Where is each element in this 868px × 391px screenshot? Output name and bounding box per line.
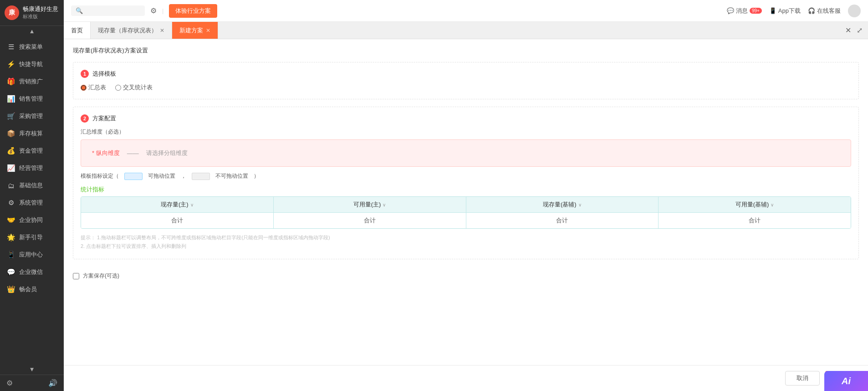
section2-title: 方案配置 [92, 114, 116, 123]
content-area: 现存量(库存状况表)方案设置 1 选择模板 汇总表 交叉统计表 [64, 39, 868, 365]
tab-new-scheme-close[interactable]: ✕ [206, 27, 210, 34]
indicator-label: 模板指标设定（ [81, 172, 119, 180]
stats-col-4[interactable]: 可用量(基辅) ∨ [659, 197, 851, 212]
sidebar-item-wechat[interactable]: 💬 企业微信 [0, 263, 64, 281]
sidebar-item-label: 采购管理 [19, 112, 43, 120]
bottom-bar: 取消 查询 [64, 365, 868, 391]
message-badge: 99+ [750, 8, 762, 14]
dim-separator: —— [127, 150, 139, 157]
sidebar-item-marketing[interactable]: 🎁 营销推广 [0, 73, 64, 90]
sidebar-item-label: 销售管理 [19, 95, 43, 103]
sidebar-scroll-down[interactable]: ▼ [0, 364, 64, 375]
stats-col-1-arrow: ∨ [190, 202, 194, 207]
expand-tab-btn[interactable]: ⤢ [855, 25, 864, 36]
app-download-label: App下载 [778, 7, 801, 15]
ai-label: Ai [842, 376, 851, 386]
template-radio-group: 汇总表 交叉统计表 [81, 83, 851, 92]
sidebar-item-sales[interactable]: 📊 销售管理 [0, 90, 64, 108]
section1-num: 1 [81, 70, 89, 78]
inventory-icon: 📦 [6, 129, 15, 138]
member-icon: 👑 [6, 285, 15, 293]
sidebar-item-label: 畅会员 [19, 285, 37, 293]
sidebar-scroll-up[interactable]: ▲ [0, 26, 64, 36]
sidebar-item-shortcut[interactable]: ⚡ 快捷导航 [0, 56, 64, 73]
shortcut-icon: ⚡ [6, 60, 15, 68]
stats-col-2[interactable]: 可用量(主) ∨ [274, 197, 466, 212]
sidebar-item-label: 系统管理 [19, 199, 43, 207]
cancel-button[interactable]: 取消 [785, 371, 820, 386]
table-row: 合计 合计 合计 合计 [81, 212, 851, 228]
page-title: 现存量(库存状况表)方案设置 [73, 46, 859, 55]
operations-icon: 📈 [6, 164, 15, 172]
save-row: 方案保存(可选) [73, 267, 859, 283]
online-service-action[interactable]: 🎧 在线客服 [808, 7, 841, 15]
sidebar-item-finance[interactable]: 💰 资金管理 [0, 142, 64, 159]
topbar-right: 💬 消息 99+ 📱 App下载 🎧 在线客服 [727, 5, 861, 17]
stats-col-2-arrow: ∨ [383, 202, 386, 207]
topbar-left: 🔍 ⚙ | 体验行业方案 [71, 4, 217, 18]
sidebar-item-purchase[interactable]: 🛒 采购管理 [0, 108, 64, 125]
sidebar-nav: ☰ 搜索菜单 ⚡ 快捷导航 🎁 营销推广 📊 销售管理 🛒 采购管理 📦 库存核… [0, 36, 64, 364]
scroll-down-btn[interactable]: ▼ [27, 364, 36, 375]
sidebar-item-newbie[interactable]: 🌟 新手引导 [0, 229, 64, 246]
tabbar: 首页 现存量（库存状况表） ✕ 新建方案 ✕ ✕ ⤢ [64, 22, 868, 39]
close-tab-btn[interactable]: ✕ [843, 25, 853, 36]
logo-sub: 标准版 [23, 13, 58, 20]
tab-inventory-status[interactable]: 现存量（库存状况表） ✕ [91, 22, 172, 39]
sidebar-item-inventory[interactable]: 📦 库存核算 [0, 125, 64, 142]
stats-col-3[interactable]: 现存量(基辅) ∨ [466, 197, 659, 212]
indicator-nondraggable-text: 不可拖动位置 [215, 172, 248, 180]
corp-icon: 🤝 [6, 216, 15, 224]
indicator-row: 模板指标设定（ 可拖动位置 ， 不可拖动位置 ） [81, 172, 851, 180]
sidebar-item-label: 经营管理 [19, 164, 43, 172]
sidebar-item-search-menu[interactable]: ☰ 搜索菜单 [0, 38, 64, 56]
sidebar-item-app-center[interactable]: 📱 应用中心 [0, 246, 64, 263]
radio-cross-label: 交叉统计表 [123, 83, 153, 92]
sidebar-footer: ⚙ 🔊 [0, 375, 64, 391]
search-menu-icon: ☰ [6, 43, 15, 51]
sidebar-item-label: 企业微信 [19, 268, 43, 276]
sidebar-item-label: 资金管理 [19, 147, 43, 155]
headset-icon: 🎧 [808, 7, 815, 14]
radio-summary-input[interactable] [81, 85, 87, 91]
sidebar-item-corp[interactable]: 🤝 企业协同 [0, 211, 64, 229]
sidebar-item-system[interactable]: ⚙ 系统管理 [0, 194, 64, 211]
tab-home-label: 首页 [71, 26, 83, 35]
section2-header: 2 方案配置 [81, 114, 851, 123]
user-avatar[interactable] [848, 5, 861, 17]
radio-summary[interactable]: 汇总表 [81, 83, 106, 92]
message-icon: 💬 [727, 7, 734, 14]
basic-info-icon: 🗂 [6, 182, 15, 190]
stats-col-1[interactable]: 现存量(主) ∨ [81, 197, 274, 212]
settings-button[interactable]: ⚙ [150, 6, 157, 15]
sidebar-item-operations[interactable]: 📈 经营管理 [0, 159, 64, 177]
dim-placeholder[interactable]: 请选择分组维度 [146, 149, 188, 157]
tip-2: 2. 点击标题栏下拉可设置排序、插入列和删除列 [81, 243, 851, 250]
tab-new-scheme[interactable]: 新建方案 ✕ [172, 22, 218, 39]
search-area[interactable]: 🔍 [71, 5, 145, 16]
tab-inventory-close[interactable]: ✕ [160, 27, 164, 34]
sidebar-item-basic-info[interactable]: 🗂 基础信息 [0, 177, 64, 194]
message-action[interactable]: 💬 消息 99+ [727, 7, 762, 15]
app-download-action[interactable]: 📱 App下载 [769, 7, 801, 15]
message-label: 消息 [736, 7, 748, 15]
scroll-up-btn[interactable]: ▲ [27, 26, 36, 36]
sidebar-item-label: 企业协同 [19, 216, 43, 224]
newbie-icon: 🌟 [6, 233, 15, 242]
radio-cross[interactable]: 交叉统计表 [115, 83, 153, 92]
stats-cell-1-1: 合计 [81, 213, 274, 228]
audio-footer-icon[interactable]: 🔊 [48, 379, 57, 387]
trial-industry-button[interactable]: 体验行业方案 [169, 4, 217, 18]
stats-col-3-arrow: ∨ [578, 202, 582, 207]
finance-icon: 💰 [6, 147, 15, 155]
settings-footer-icon[interactable]: ⚙ [6, 379, 13, 387]
save-checkbox[interactable] [73, 273, 79, 279]
app-download-icon: 📱 [769, 7, 776, 14]
radio-cross-input[interactable] [115, 85, 121, 91]
sidebar-item-member[interactable]: 👑 畅会员 [0, 281, 64, 298]
stats-col-4-arrow: ∨ [771, 202, 774, 207]
search-input[interactable] [86, 8, 140, 14]
main-area: 🔍 ⚙ | 体验行业方案 💬 消息 99+ 📱 App下载 🎧 在线客服 [64, 0, 868, 391]
tab-home[interactable]: 首页 [64, 22, 91, 39]
ai-float-button[interactable]: Ai [824, 371, 868, 391]
